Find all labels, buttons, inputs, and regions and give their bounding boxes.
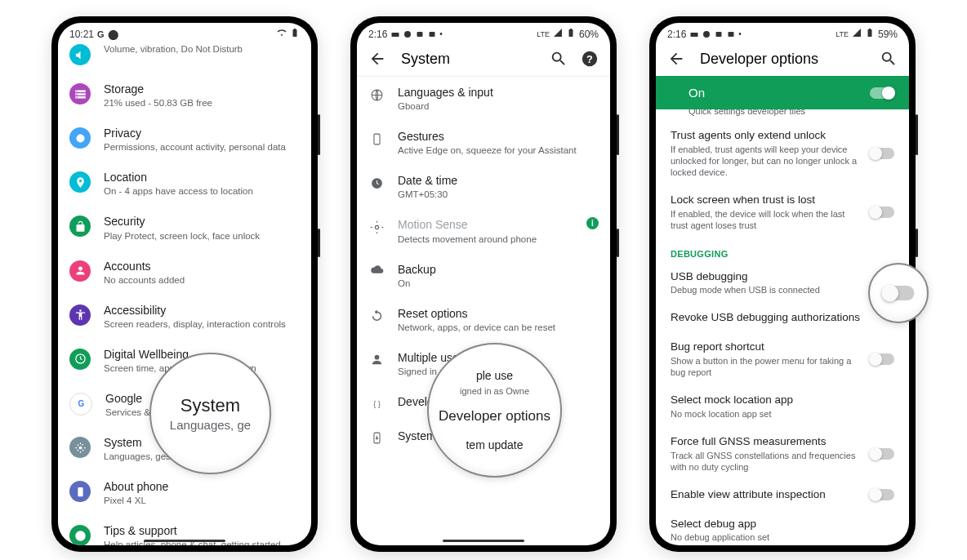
app-bar: Developer options [656,42,909,76]
row-subtitle: Active Edge on, squeeze for your Assista… [398,144,599,157]
svg-point-8 [404,31,411,38]
option-row[interactable]: Select debug app No debug application se… [656,509,909,545]
dev-icon: { } [368,396,385,412]
row-subtitle: If enabled, the device will lock when th… [671,208,860,232]
status-time: 2:16 [667,29,686,40]
system-row-gesture[interactable]: Gestures Active Edge on, squeeze for you… [357,121,610,165]
row-subtitle: On [398,278,599,290]
svg-point-16 [375,225,378,229]
row-subtitle: Track all GNSS constellations and freque… [671,450,860,473]
setting-row-storage[interactable]: Storage 21% used - 50.83 GB free [58,73,311,118]
master-toggle[interactable] [870,87,894,99]
row-title: Location [104,170,300,184]
time-icon [368,175,385,191]
location-icon [69,171,91,193]
system-row-time[interactable]: Date & time GMT+05:30 [357,165,610,209]
page-title: Developer options [700,51,865,68]
google-icon: G [69,393,92,416]
row-subtitle: Show a button in the power menu for taki… [671,355,860,379]
option-row[interactable]: Enable view attribute inspection [656,480,909,509]
option-row[interactable]: Trust agents only extend unlock If enabl… [656,121,909,185]
info-badge[interactable]: i [586,217,599,229]
svg-rect-10 [430,32,435,37]
svg-rect-4 [78,487,82,496]
wifi-icon [277,28,287,40]
home-indicator[interactable] [443,540,524,542]
toggle[interactable] [870,353,894,365]
setting-row-location[interactable]: Location On - 4 apps have access to loca… [58,162,311,206]
option-row[interactable]: Select mock location app No mock locatio… [656,385,909,427]
toggle[interactable] [870,207,894,218]
magnifier-system: System Languages, ge [149,353,271,474]
svg-rect-9 [417,32,423,37]
toggle[interactable] [870,148,894,159]
magnifier-usb-debug-toggle [868,263,929,323]
option-row[interactable]: Bug report shortcut Show a button in the… [656,332,909,385]
row-title: Select mock location app [671,393,885,407]
option-row[interactable]: Force full GNSS measurements Track all G… [656,427,909,480]
master-toggle-banner[interactable]: On [656,76,909,109]
row-subtitle: If enabled, trust agents will keep your … [671,144,860,179]
row-title: Reset options [398,306,599,321]
backup-icon [368,264,385,280]
battery-percent: 59% [878,29,898,40]
update-icon [368,430,385,447]
system-row-lang[interactable]: Languages & input Gboard [357,77,610,121]
battery-icon [566,28,576,40]
row-subtitle: No mock location app set [671,408,885,420]
row-title: USB debugging [671,269,885,284]
system-row-backup[interactable]: Backup On [357,254,610,298]
row-title: Force full GNSS measurements [671,434,860,449]
status-bar: 10:21 G ⬤ [58,23,311,42]
back-button[interactable] [667,50,685,68]
row-title: Accessibility [104,303,300,318]
phone-frame-1: 10:21 G ⬤ Volume, vibration, Do Not Dist… [51,16,318,552]
magnifier-developer-options: ple use igned in as Owne Developer optio… [427,343,562,478]
developer-options-list[interactable]: Quick settings developer tiles Trust age… [656,109,909,545]
help-icon[interactable]: ? [581,50,599,68]
shield-icon: ⬤ [108,29,118,40]
back-button[interactable] [368,50,386,68]
security-icon [69,216,91,237]
row-title: Enable view attribute inspection [671,487,860,502]
signal-icon [553,28,563,40]
motion-icon [368,219,385,235]
reset-icon [368,308,385,324]
users-icon [368,352,385,368]
system-icon [69,437,91,458]
privacy-icon [69,127,91,149]
row-title: Lock screen when trust is lost [671,193,860,207]
toggle[interactable] [870,489,894,500]
system-row-motion[interactable]: Motion Sense Detects movement around pho… [357,209,610,253]
row-subtitle: Volume, vibration, Do Not Disturb [104,43,300,56]
setting-row-security[interactable]: Security Play Protect, screen lock, face… [58,206,311,250]
search-icon[interactable] [880,50,898,68]
battery-icon [290,28,300,40]
option-row[interactable]: Revoke USB debugging authorizations [656,303,909,332]
system-row-reset[interactable]: Reset options Network, apps, or device c… [357,298,610,342]
row-subtitle: On - 4 apps have access to location [104,185,300,198]
row-title: Tips & support [104,523,300,538]
network-label: LTE [537,30,550,38]
row-subtitle: Gboard [398,100,599,113]
setting-row-sound[interactable]: Volume, vibration, Do Not Disturb [58,42,311,73]
setting-row-accessibility[interactable]: Accessibility Screen readers, display, i… [58,295,311,339]
notification-icons: • [390,29,443,39]
usb-debugging-toggle[interactable] [883,286,915,300]
settings-list[interactable]: Volume, vibration, Do Not Disturb Storag… [58,42,311,545]
row-title: Bug report shortcut [671,340,860,354]
home-indicator[interactable] [144,540,225,542]
option-row[interactable]: Lock screen when trust is lost If enable… [656,185,909,238]
svg-rect-23 [729,32,734,37]
row-title: Backup [398,262,599,277]
row-title: Languages & input [398,85,599,100]
svg-point-21 [703,31,710,38]
setting-row-accounts[interactable]: Accounts No accounts added [58,251,311,295]
toggle[interactable] [870,448,894,460]
row-subtitle: Detects movement around phone [398,233,573,246]
setting-row-about[interactable]: About phone Pixel 4 XL [58,471,311,515]
setting-row-privacy[interactable]: Privacy Permissions, account activity, p… [58,118,311,162]
search-icon[interactable] [550,50,568,68]
row-subtitle: Permissions, account activity, personal … [104,141,300,153]
about-icon [69,481,91,502]
